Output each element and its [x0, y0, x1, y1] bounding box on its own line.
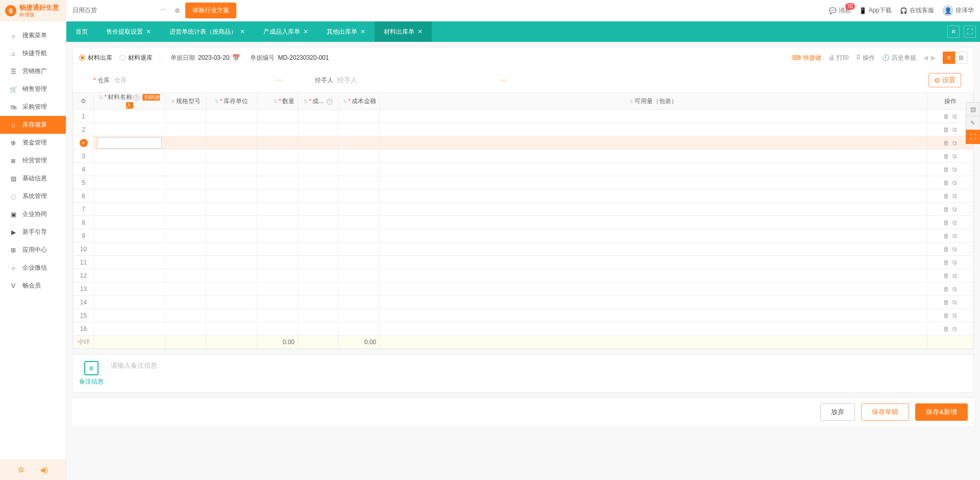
operate-button[interactable]: ⠿ 操作 [856, 54, 875, 62]
copy-icon[interactable]: ⧉ [952, 113, 957, 120]
table-row[interactable]: 4 🗑⧉ [74, 163, 973, 176]
copy-icon[interactable]: ⧉ [952, 299, 957, 306]
delete-icon[interactable]: 🗑 [943, 246, 949, 253]
sidebar-item[interactable]: ⊞应用中心 [0, 241, 66, 259]
sidebar-item[interactable]: ◌系统管理 [0, 187, 66, 205]
copy-icon[interactable]: ⧉ [952, 232, 957, 239]
tab[interactable]: 其他出库单✕ [317, 21, 375, 42]
settings-button[interactable]: ⚙ 设置 [928, 73, 961, 87]
table-row[interactable]: 9 🗑⧉ [74, 229, 973, 243]
close-icon[interactable]: ✕ [146, 28, 151, 35]
close-icon[interactable]: ✕ [418, 28, 423, 35]
copy-icon[interactable]: ⧉ [952, 126, 957, 133]
tab-expand-button[interactable]: ⛶ [964, 26, 976, 38]
delete-icon[interactable]: 🗑 [943, 272, 949, 279]
table-row[interactable]: 3 🗑⧉ [74, 150, 973, 163]
table-row[interactable]: 10 🗑⧉ [74, 243, 973, 256]
delete-icon[interactable]: 🗑 [943, 312, 949, 319]
delete-icon[interactable]: 🗑 [943, 193, 949, 200]
tab[interactable]: 首页 [66, 21, 97, 42]
close-icon[interactable]: ✕ [360, 28, 365, 35]
table-row[interactable]: 5 🗑⧉ [74, 176, 973, 189]
copy-icon[interactable]: ⧉ [952, 139, 957, 147]
copy-icon[interactable]: ⧉ [952, 193, 957, 200]
delete-icon[interactable]: 🗑 [943, 179, 949, 186]
close-icon[interactable]: ✕ [240, 28, 245, 35]
sidebar-item[interactable]: ▶新手引导 [0, 223, 66, 241]
delete-icon[interactable]: 🗑 [943, 325, 949, 332]
col-spec[interactable]: ⇅规格型号 [165, 93, 206, 110]
print-button[interactable]: 🖨 打印 [828, 54, 849, 62]
view-list-button[interactable]: ≡ [943, 52, 955, 64]
gear-icon[interactable]: ⚙ [175, 7, 180, 14]
material-input[interactable] [97, 137, 162, 149]
copy-icon[interactable]: ⧉ [952, 312, 957, 319]
delete-icon[interactable]: 🗑 [943, 285, 949, 293]
copy-icon[interactable]: ⧉ [952, 219, 957, 226]
add-row-button[interactable]: + [80, 139, 88, 147]
date-value[interactable]: 2023-03-20 [198, 54, 229, 61]
messages-button[interactable]: 💬 消息 70 [829, 6, 851, 15]
delete-icon[interactable]: 🗑 [943, 126, 949, 133]
copy-icon[interactable]: ⧉ [952, 272, 957, 279]
tab[interactable]: 材料出库单✕ [375, 21, 432, 42]
next-icon[interactable]: ▶ [931, 54, 936, 61]
user-menu[interactable]: 👤 徐泽华 [942, 5, 974, 16]
delete-icon[interactable]: 🗑 [943, 166, 949, 173]
delete-icon[interactable]: 🗑 [943, 153, 949, 160]
tab-close-button[interactable]: ✕ [947, 26, 960, 38]
copy-icon[interactable]: ⧉ [952, 259, 957, 266]
delete-icon[interactable]: 🗑 [943, 113, 949, 120]
collapse-icon[interactable]: ◀) [40, 466, 48, 474]
app-download-button[interactable]: 📱 App下载 [859, 6, 892, 15]
copy-icon[interactable]: ⧉ [952, 166, 957, 173]
delete-icon[interactable]: 🗑 [943, 299, 949, 306]
settings-icon[interactable]: ⚙ [18, 466, 24, 474]
radio-material-out[interactable]: 材料出库 [79, 54, 112, 62]
tab[interactable]: 售价提取设置✕ [97, 21, 160, 42]
sidebar-item[interactable]: ⌕搜索菜单 [0, 27, 66, 44]
float-btn-2[interactable]: ✎ [966, 116, 980, 130]
history-button[interactable]: 🕘 历史单据 [882, 54, 916, 62]
help-icon[interactable]: ? [327, 99, 333, 105]
department-select[interactable]: 日用百货 ﹀ [72, 4, 169, 18]
copy-icon[interactable]: ⧉ [952, 285, 957, 293]
industry-solution-button[interactable]: 体验行业方案 [185, 3, 236, 18]
sidebar-item[interactable]: ○企业微信 [0, 259, 66, 277]
table-row[interactable]: 12 🗑⧉ [74, 269, 973, 282]
sidebar-item[interactable]: ⊕资金管理 [0, 134, 66, 152]
save-new-button[interactable]: 保存&新增 [915, 403, 968, 421]
copy-icon[interactable]: ⧉ [952, 206, 957, 213]
tab[interactable]: 产成品入库单✕ [254, 21, 317, 42]
sidebar-item[interactable]: ⌂库存核算 [0, 116, 66, 134]
table-row[interactable]: 11 🗑⧉ [74, 256, 973, 269]
save-draft-button[interactable]: 保存草稿 [861, 403, 909, 421]
delete-icon[interactable]: 🗑 [943, 139, 949, 147]
copy-icon[interactable]: ⧉ [952, 246, 957, 253]
sidebar-item[interactable]: ≣经营管理 [0, 152, 66, 170]
tab[interactable]: 进货单统计表（按商品）✕ [160, 21, 254, 42]
copy-icon[interactable]: ⧉ [952, 325, 957, 332]
close-icon[interactable]: ✕ [303, 28, 308, 35]
col-material[interactable]: ⇅材料名称? 扫码录入 [94, 93, 165, 110]
delete-icon[interactable]: 🗑 [943, 232, 949, 239]
sidebar-item[interactable]: ⌂快捷导航 [0, 44, 66, 62]
warehouse-lookup-icon[interactable]: ⋯ [276, 77, 283, 84]
col-gear[interactable]: ⚙ [74, 93, 94, 110]
col-amount[interactable]: ⇅成本金额 [339, 93, 380, 110]
table-row[interactable]: 16 🗑⧉ [74, 322, 973, 335]
help-icon[interactable]: ? [133, 94, 139, 101]
discard-button[interactable]: 放弃 [820, 403, 855, 421]
table-row[interactable]: 13 🗑⧉ [74, 282, 973, 296]
table-row[interactable]: 14 🗑⧉ [74, 296, 973, 309]
warehouse-input[interactable] [114, 74, 272, 87]
float-btn-1[interactable]: ▤ [966, 102, 980, 116]
view-card-button[interactable]: ⊞ [955, 52, 967, 64]
table-row[interactable]: 2 🗑⧉ [74, 123, 973, 136]
handler-lookup-icon[interactable]: ⋯ [500, 77, 507, 84]
sidebar-item[interactable]: ▣企业协同 [0, 205, 66, 223]
copy-icon[interactable]: ⧉ [952, 153, 957, 160]
handler-input[interactable] [337, 74, 496, 87]
col-avail[interactable]: ⇅可用量（包装） [380, 93, 927, 110]
table-row[interactable]: 8 🗑⧉ [74, 216, 973, 229]
